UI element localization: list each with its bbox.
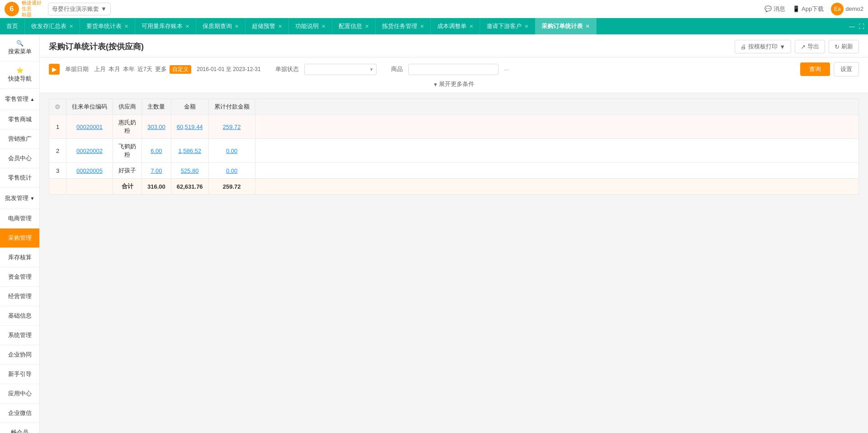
tab-baozhi-close-icon[interactable]: ✕ xyxy=(235,24,239,29)
tab-keyongliang[interactable]: 可用量库存账本 ✕ xyxy=(135,18,196,34)
status-select-wrapper xyxy=(304,64,377,75)
sidebar-quicknav-label: 快捷导航 xyxy=(8,75,32,83)
sidebar-item-search[interactable]: 🔍 搜索菜单 xyxy=(0,34,39,62)
filter-toggle-button[interactable]: ▶ xyxy=(49,64,60,75)
logo-icon: 6 xyxy=(5,2,19,16)
tab-chengben-close-icon[interactable]: ✕ xyxy=(469,24,473,29)
settings-button[interactable]: 设置 xyxy=(834,62,859,76)
row-quantity[interactable]: 303.00 xyxy=(142,115,171,139)
print-label: 按模板打印 xyxy=(748,43,778,51)
expand-more-button[interactable]: ▾ 展开更多条件 xyxy=(434,80,474,88)
tab-chengben[interactable]: 成本调整单 ✕ xyxy=(431,18,480,34)
row-paid[interactable]: 259.72 xyxy=(208,115,255,139)
sidebar-item-system[interactable]: 系统管理 xyxy=(0,326,39,345)
refresh-button[interactable]: ↻ 刷新 xyxy=(829,40,859,53)
date-btn-more[interactable]: 更多 xyxy=(155,65,167,73)
cooperation-label: 企业协同 xyxy=(8,351,32,359)
date-btn-this-year[interactable]: 本年 xyxy=(123,65,135,73)
query-button[interactable]: 查询 xyxy=(800,62,830,76)
member2-label: 畅会员 xyxy=(11,428,28,433)
row-paid[interactable]: 0.00 xyxy=(208,163,255,179)
message-button[interactable]: 💬 消息 xyxy=(764,5,785,13)
sidebar-item-member[interactable]: 会员中心 xyxy=(0,149,39,168)
date-btn-this-month[interactable]: 本月 xyxy=(108,65,120,73)
row-code[interactable]: 00020002 xyxy=(66,139,113,163)
date-custom-label[interactable]: 自定义 xyxy=(170,65,191,74)
sidebar-item-finance[interactable]: 资金管理 xyxy=(0,267,39,287)
tab-yaohuo-close-icon[interactable]: ✕ xyxy=(124,24,128,29)
sidebar-item-retail[interactable]: 零售管理 ▲ xyxy=(0,89,39,110)
tab-yaoqing[interactable]: 邀请下游客户 ✕ xyxy=(480,18,535,34)
tab-yaohuo[interactable]: 要货单统计表 ✕ xyxy=(80,18,135,34)
tab-keyongliang-close-icon[interactable]: ✕ xyxy=(185,24,189,29)
goods-more-icon[interactable]: ··· xyxy=(504,66,509,73)
tab-shoufahui-close-icon[interactable]: ✕ xyxy=(69,24,73,29)
sidebar-item-wholesale[interactable]: 批发管理 ▼ xyxy=(0,188,39,209)
sidebar-item-purchase[interactable]: 采购管理 xyxy=(0,228,39,248)
row-no: 3 xyxy=(49,163,66,179)
print-button[interactable]: 🖨 按模板打印 ▼ xyxy=(735,40,791,53)
sidebar-item-basic-info[interactable]: 基础信息 xyxy=(0,306,39,326)
tab-gongneng-close-icon[interactable]: ✕ xyxy=(321,24,326,29)
table-footer-row: 合计 316.00 62,631.76 259.72 xyxy=(49,179,859,195)
sidebar-item-retail-shop[interactable]: 零售商城 xyxy=(0,110,39,129)
user-profile[interactable]: Ea demo2 xyxy=(831,3,863,15)
sidebar-item-marketing[interactable]: 营销推广 xyxy=(0,129,39,149)
tab-caigou-label: 采购订单统计表 xyxy=(542,22,583,30)
message-label: 消息 xyxy=(774,5,785,13)
workspace-selector[interactable]: 母婴行业演示账套 ▼ xyxy=(48,3,111,15)
export-button[interactable]: ↗ 导出 xyxy=(795,40,825,53)
table-row: 2 00020002 飞鹤奶粉 6.00 1,586.52 0.00 xyxy=(49,139,859,163)
tab-caigou-close-icon[interactable]: ✕ xyxy=(585,24,590,29)
retail-label: 零售管理 xyxy=(5,95,28,103)
sidebar-item-quick-nav[interactable]: ⭐ 快捷导航 xyxy=(0,62,39,89)
tab-caigou[interactable]: 采购订单统计表 ✕ xyxy=(535,18,596,34)
status-select[interactable] xyxy=(304,64,377,75)
tab-chaozhu-close-icon[interactable]: ✕ xyxy=(278,24,282,29)
export-icon: ↗ xyxy=(801,43,806,50)
app-download-icon: 📱 xyxy=(793,5,800,12)
sidebar-item-cooperation[interactable]: 企业协同 xyxy=(0,345,39,365)
row-amount[interactable]: 525.80 xyxy=(171,163,208,179)
sidebar-item-wechat[interactable]: 企业微信 xyxy=(0,404,39,423)
tab-yaoqing-close-icon[interactable]: ✕ xyxy=(524,24,528,29)
row-code[interactable]: 00020005 xyxy=(66,163,113,179)
tab-chaozhu[interactable]: 超储预警 ✕ xyxy=(245,18,289,34)
date-btn-last-month[interactable]: 上月 xyxy=(94,65,106,73)
sidebar-item-inventory[interactable]: 库存核算 xyxy=(0,248,39,267)
app-download-button[interactable]: 📱 App下载 xyxy=(793,5,824,13)
sidebar-item-appcenter[interactable]: 应用中心 xyxy=(0,384,39,404)
sidebar-item-ecommerce[interactable]: 电商管理 xyxy=(0,209,39,228)
tab-home[interactable]: 首页 xyxy=(0,18,25,34)
logo-text: 畅捷通好生意 标题 xyxy=(22,0,44,18)
col-settings[interactable]: ⚙ xyxy=(49,99,66,115)
row-amount[interactable]: 60,519.44 xyxy=(171,115,208,139)
tab-gongneng[interactable]: 功能说明 ✕ xyxy=(289,18,332,34)
table-container: ⚙ 往来单位编码 供应商 主数量 金额 累计付款金额 1 00020001 惠氏… xyxy=(40,93,868,433)
tab-peizhi[interactable]: 配置信息 ✕ xyxy=(332,18,376,34)
tab-zhihuo-close-icon[interactable]: ✕ xyxy=(420,24,424,29)
tabs-minimize-icon[interactable]: — xyxy=(849,23,855,30)
row-code[interactable]: 00020001 xyxy=(66,115,113,139)
nav-tab-actions: — ⛶ xyxy=(845,23,868,30)
retail-arrow-icon: ▲ xyxy=(30,97,35,102)
tabs-maximize-icon[interactable]: ⛶ xyxy=(859,23,864,30)
sidebar-item-retail-stat[interactable]: 零售统计 xyxy=(0,168,39,188)
sidebar-item-operations[interactable]: 经营管理 xyxy=(0,287,39,306)
table-settings-icon[interactable]: ⚙ xyxy=(55,103,61,110)
row-quantity[interactable]: 7.00 xyxy=(142,163,171,179)
sidebar-item-newguide[interactable]: 新手引导 xyxy=(0,365,39,384)
row-amount[interactable]: 1,586.52 xyxy=(171,139,208,163)
expand-row: ▾ 展开更多条件 xyxy=(49,80,859,88)
row-paid[interactable]: 0.00 xyxy=(208,139,255,163)
sidebar-item-member2[interactable]: 畅会员 xyxy=(0,423,39,433)
workspace-label: 母婴行业演示账套 xyxy=(52,5,99,13)
tab-shoufahui[interactable]: 收发存汇总表 ✕ xyxy=(25,18,80,34)
goods-input[interactable] xyxy=(408,64,499,75)
tab-peizhi-close-icon[interactable]: ✕ xyxy=(365,24,369,29)
tab-zhihuo[interactable]: 拣货任务管理 ✕ xyxy=(376,18,431,34)
logo-area: 6 畅捷通好生意 标题 xyxy=(5,0,44,18)
row-quantity[interactable]: 6.00 xyxy=(142,139,171,163)
tab-baozhi[interactable]: 保质期查询 ✕ xyxy=(196,18,245,34)
date-btn-7days[interactable]: 近7天 xyxy=(137,65,152,73)
